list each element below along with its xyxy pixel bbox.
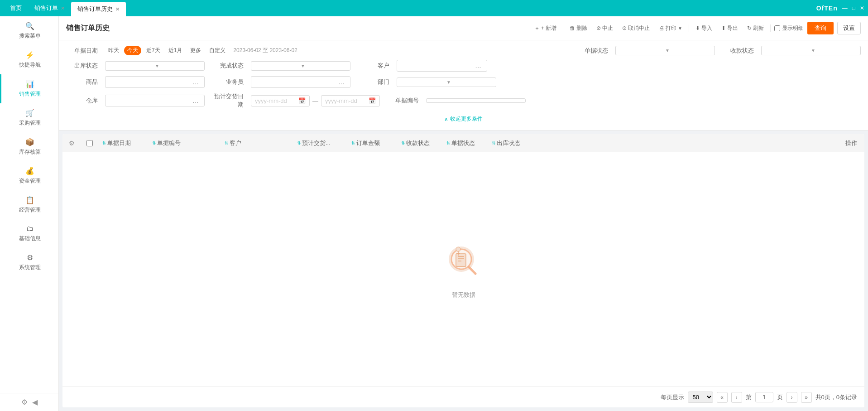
close-sales-history-tab[interactable]: ✕ — [115, 6, 120, 12]
sidebar-item-finance[interactable]: 💰 资金管理 — [0, 161, 58, 190]
payment-status-label: 收款状态 — [722, 47, 754, 55]
sales-person-input[interactable]: … — [251, 76, 350, 88]
sidebar-bottom: ⚙ ◀ — [0, 393, 58, 411]
empty-text: 暂无数据 — [452, 291, 475, 299]
th-checkbox[interactable] — [81, 135, 99, 151]
customer-input[interactable]: … — [397, 60, 487, 72]
payment-status-select[interactable]: ▼ — [761, 46, 861, 55]
setting-btn[interactable]: 设置 — [837, 22, 861, 34]
date-btn-last1m[interactable]: 近1月 — [165, 46, 186, 55]
select-all-checkbox[interactable] — [86, 140, 93, 146]
refresh-btn[interactable]: ↻ 刷新 — [744, 23, 767, 34]
th-out-status[interactable]: ⇅ 出库状态 — [488, 135, 533, 152]
sidebar-item-base-info[interactable]: 🗂 基础信息 — [0, 219, 58, 248]
minimize-btn[interactable]: — — [842, 5, 848, 11]
warehouse-dots-icon[interactable]: … — [191, 97, 201, 104]
dept-select[interactable]: ▼ — [397, 77, 496, 87]
warehouse-input[interactable]: … — [105, 95, 205, 106]
close-btn[interactable]: ✕ — [860, 5, 864, 11]
th-order-no[interactable]: ⇅ 单据编号 — [149, 135, 221, 152]
query-btn[interactable]: 查询 — [807, 22, 834, 34]
product-input[interactable]: … — [105, 76, 205, 88]
warehouse-label: 仓库 — [66, 97, 98, 105]
tab-sales-order[interactable]: 销售订单 ✕ — [28, 0, 71, 16]
delivery-date-to-input[interactable]: yyyy-mm-dd 📅 — [321, 95, 380, 106]
date-btn-custom[interactable]: 自定义 — [206, 46, 229, 55]
date-btn-today[interactable]: 今天 — [124, 46, 141, 55]
date-range-display: 2023-06-02 至 2023-06-02 — [233, 47, 297, 54]
dept-arrow-icon: ▼ — [446, 80, 492, 85]
maximize-btn[interactable]: □ — [852, 5, 855, 11]
print-btn[interactable]: 🖨 打印 ▼ — [656, 23, 685, 34]
th-customer[interactable]: ⇅ 客户 — [221, 135, 293, 152]
th-delivery[interactable]: ⇅ 预计交货... — [293, 135, 348, 152]
date-btn-more[interactable]: 更多 — [187, 46, 204, 55]
empty-illustration — [441, 240, 486, 285]
sidebar-item-search-menu[interactable]: 🔍 搜索菜单 — [0, 16, 58, 45]
th-operation: 操作 — [533, 135, 864, 152]
sales-mgmt-icon: 📊 — [25, 80, 34, 88]
delete-btn[interactable]: 🗑 删除 — [567, 23, 590, 34]
th-payment-status[interactable]: ⇅ 收款状态 — [398, 135, 443, 152]
out-status-select[interactable]: ▼ — [105, 61, 205, 71]
collapse-btn[interactable]: ∧ 收起更多条件 — [444, 115, 483, 123]
table-settings-icon[interactable]: ⚙ — [69, 140, 75, 147]
calendar-to-icon[interactable]: 📅 — [369, 97, 376, 104]
calendar-from-icon[interactable]: 📅 — [298, 97, 306, 104]
th-amount[interactable]: ⇅ 订单金额 — [348, 135, 398, 152]
cancel-stop-icon: ⊙ — [622, 25, 627, 31]
sales-person-dots-icon[interactable]: … — [336, 78, 346, 86]
tab-sales-history[interactable]: 销售订单历史 ✕ — [71, 2, 126, 16]
export-btn[interactable]: ⬆ 导出 — [719, 23, 741, 34]
print-arrow-icon: ▼ — [678, 26, 682, 31]
sidebar-item-sales-mgmt[interactable]: 📊 销售管理 — [0, 74, 58, 103]
th-date[interactable]: ⇅ 单据日期 — [99, 135, 149, 152]
svg-rect-2 — [456, 254, 466, 266]
display-detail-input[interactable] — [774, 25, 780, 31]
order-status-select[interactable]: ▼ — [615, 46, 715, 55]
date-btn-last7[interactable]: 近7天 — [143, 46, 163, 55]
page-size-select[interactable]: 50 10 20 100 — [688, 392, 713, 403]
tab-home[interactable]: 首页 — [4, 0, 28, 16]
sidebar-collapse-btn[interactable]: ◀ — [32, 398, 38, 406]
date-label: 单据日期 — [66, 47, 98, 55]
th-settings[interactable]: ⚙ — [62, 135, 81, 151]
sidebar-item-inventory[interactable]: 📦 库存核算 — [0, 132, 58, 161]
table-area: ⚙ ⇅ 单据日期 ⇅ 单据编号 ⇅ 客户 ⇅ — [62, 134, 864, 407]
product-label: 商品 — [66, 78, 98, 86]
sort-date-icon: ⇅ — [102, 140, 106, 145]
date-btn-yesterday[interactable]: 昨天 — [105, 46, 122, 55]
purchase-mgmt-icon: 🛒 — [25, 109, 34, 117]
sidebar-item-purchase-mgmt[interactable]: 🛒 采购管理 — [0, 103, 58, 132]
sidebar-item-quick-nav[interactable]: ⚡ 快捷导航 — [0, 45, 58, 74]
next-page-btn[interactable]: › — [786, 392, 797, 403]
print-icon: 🖨 — [659, 25, 664, 31]
order-no-input[interactable] — [426, 98, 526, 103]
quick-nav-icon: ⚡ — [25, 51, 34, 59]
content-area: 销售订单历史 ＋ + 新增 🗑 删除 ⊘ 中止 ⊙ 取消中止 — [59, 16, 868, 411]
page-label: 页 — [777, 393, 783, 401]
page-input[interactable] — [755, 392, 773, 402]
refresh-icon: ↻ — [747, 25, 752, 31]
new-btn[interactable]: ＋ + 新增 — [532, 23, 559, 34]
display-detail-checkbox[interactable]: 显示明细 — [774, 24, 804, 32]
close-sales-order-tab[interactable]: ✕ — [61, 5, 65, 11]
delivery-date-from-input[interactable]: yyyy-mm-dd 📅 — [251, 95, 310, 106]
sort-customer-icon: ⇅ — [225, 140, 228, 145]
cancel-stop-btn[interactable]: ⊙ 取消中止 — [619, 23, 652, 34]
sidebar-settings-btn[interactable]: ⚙ — [21, 398, 28, 406]
last-page-btn[interactable]: » — [801, 392, 812, 403]
date-quick-btns: 昨天 今天 近7天 近1月 更多 自定义 — [105, 46, 229, 55]
toolbar-divider-2 — [689, 24, 689, 32]
product-dots-icon[interactable]: … — [191, 78, 201, 86]
sidebar-item-system[interactable]: ⚙ 系统管理 — [0, 248, 58, 277]
complete-status-select[interactable]: ▼ — [251, 61, 350, 71]
import-btn[interactable]: ⬇ 导入 — [693, 23, 715, 34]
th-order-status[interactable]: ⇅ 单据状态 — [443, 135, 488, 152]
empty-state: 暂无数据 — [62, 152, 864, 387]
customer-dots-icon[interactable]: … — [473, 62, 483, 69]
first-page-btn[interactable]: « — [717, 392, 728, 403]
stop-btn[interactable]: ⊘ 中止 — [594, 23, 616, 34]
sidebar-item-operations[interactable]: 📋 经营管理 — [0, 190, 58, 219]
prev-page-btn[interactable]: ‹ — [731, 392, 742, 403]
